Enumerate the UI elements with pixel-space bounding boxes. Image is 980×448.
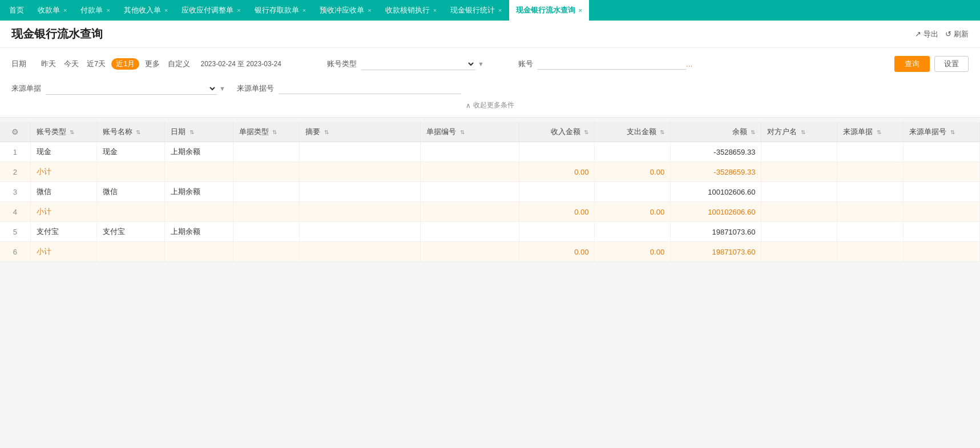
refresh-button[interactable]: ↺ 刷新 xyxy=(945,29,969,39)
nav-tab-2[interactable]: 其他收入单× xyxy=(117,0,175,21)
source-voucher-select[interactable] xyxy=(46,82,217,95)
col-src-voucher[interactable]: 来源单据 ⇅ xyxy=(837,122,904,142)
close-icon[interactable]: × xyxy=(303,7,306,14)
table-cell xyxy=(299,242,420,262)
account-field: 账号 ... xyxy=(518,58,697,70)
nav-tab-5[interactable]: 预收冲应收单× xyxy=(313,0,378,21)
nav-tab-3[interactable]: 应收应付调整单× xyxy=(175,0,247,21)
account-type-select[interactable] xyxy=(361,58,475,70)
table-row: 1现金现金上期余额-3528659.33 xyxy=(0,142,980,162)
table-cell: 0.00 xyxy=(519,202,595,222)
table-cell xyxy=(837,142,904,162)
table-cell: 3 xyxy=(0,182,30,202)
table-cell: 小计 xyxy=(30,202,96,222)
col-account-type[interactable]: 账号类型 ⇅ xyxy=(30,122,96,142)
date-label: 日期 xyxy=(11,59,34,69)
col-balance[interactable]: 余额 ⇅ xyxy=(671,122,761,142)
close-icon[interactable]: × xyxy=(368,7,371,14)
table-cell: -3528659.33 xyxy=(671,142,761,162)
table-row: 5支付宝支付宝上期余额19871073.60 xyxy=(0,222,980,242)
table-cell xyxy=(595,222,671,242)
table-cell xyxy=(421,162,519,182)
col-counterpart[interactable]: 对方户名 ⇅ xyxy=(761,122,837,142)
col-voucher-no[interactable]: 单据编号 ⇅ xyxy=(421,122,519,142)
sort-icon-account-type: ⇅ xyxy=(70,129,74,135)
table-cell xyxy=(904,242,980,262)
nav-tab-7[interactable]: 现金银行统计× xyxy=(443,0,509,21)
filter-row-1: 日期 昨天 今天 近7天 近1月 更多 自定义 2023-02-24 至 202… xyxy=(11,56,969,72)
sort-icon-summary: ⇅ xyxy=(324,129,329,135)
table-cell xyxy=(299,222,420,242)
table-cell xyxy=(299,182,420,202)
nav-tab-4[interactable]: 银行存取款单× xyxy=(248,0,313,21)
close-icon[interactable]: × xyxy=(63,7,67,14)
source-voucher-field: 来源单据 ▼ xyxy=(11,82,225,95)
nav-tab-8[interactable]: 现金银行流水查询× xyxy=(509,0,589,21)
setting-button[interactable]: 设置 xyxy=(934,56,969,72)
source-voucher-no-input[interactable] xyxy=(279,83,461,94)
col-expense[interactable]: 支出金额 ⇅ xyxy=(595,122,671,142)
col-settings[interactable]: ⚙ xyxy=(0,122,30,142)
recent1m-btn[interactable]: 近1月 xyxy=(111,58,139,70)
close-icon[interactable]: × xyxy=(433,7,437,14)
table-cell: 4 xyxy=(0,202,30,222)
table-cell xyxy=(904,142,980,162)
close-icon[interactable]: × xyxy=(579,7,582,14)
more-btn[interactable]: 更多 xyxy=(143,58,162,70)
col-date[interactable]: 日期 ⇅ xyxy=(165,122,233,142)
close-icon[interactable]: × xyxy=(498,7,502,14)
table-cell xyxy=(165,162,233,182)
table-cell xyxy=(421,222,519,242)
table-cell xyxy=(299,162,420,182)
yesterday-btn[interactable]: 昨天 xyxy=(39,58,58,70)
table-cell xyxy=(233,242,299,262)
table-row: 6小计0.000.0019871073.60 xyxy=(0,242,980,262)
table-cell xyxy=(233,182,299,202)
table-cell xyxy=(904,202,980,222)
col-account-name[interactable]: 账号名称 ⇅ xyxy=(96,122,164,142)
table-cell xyxy=(421,242,519,262)
export-button[interactable]: ↗ 导出 xyxy=(915,29,938,39)
custom-btn[interactable]: 自定义 xyxy=(166,58,192,70)
table-cell xyxy=(761,202,837,222)
table-cell xyxy=(837,222,904,242)
account-type-dropdown-icon: ▼ xyxy=(478,60,484,67)
table-cell: 微信 xyxy=(30,182,96,202)
nav-tab-6[interactable]: 收款核销执行× xyxy=(378,0,443,21)
table-cell xyxy=(837,162,904,182)
table-row: 4小计0.000.00100102606.60 xyxy=(0,202,980,222)
table-cell: 0.00 xyxy=(519,162,595,182)
table-cell: 1 xyxy=(0,142,30,162)
source-voucher-label: 来源单据 xyxy=(11,83,41,94)
account-input[interactable] xyxy=(538,58,686,70)
table-cell: 微信 xyxy=(96,182,164,202)
sort-icon-src-voucher-no: ⇅ xyxy=(950,129,955,135)
col-voucher-type[interactable]: 单据类型 ⇅ xyxy=(233,122,299,142)
col-income[interactable]: 收入金额 ⇅ xyxy=(519,122,595,142)
nav-home[interactable]: 首页 xyxy=(2,0,31,21)
close-icon[interactable]: × xyxy=(164,7,168,14)
refresh-icon: ↺ xyxy=(945,30,951,38)
top-nav: 首页 收款单×付款单×其他收入单×应收应付调整单×银行存取款单×预收冲应收单×收… xyxy=(0,0,980,21)
collapse-bar[interactable]: ∧ 收起更多条件 xyxy=(11,98,969,111)
close-icon[interactable]: × xyxy=(237,7,240,14)
table-cell xyxy=(904,162,980,182)
today-btn[interactable]: 今天 xyxy=(62,58,81,70)
table-cell: 上期余额 xyxy=(165,222,233,242)
table-row: 3微信微信上期余额100102606.60 xyxy=(0,182,980,202)
table-cell xyxy=(165,202,233,222)
table-cell xyxy=(233,142,299,162)
nav-tab-1[interactable]: 付款单× xyxy=(74,0,116,21)
nav-tab-0[interactable]: 收款单× xyxy=(31,0,74,21)
account-more-icon[interactable]: ... xyxy=(686,59,693,68)
table-cell: 支付宝 xyxy=(30,222,96,242)
close-icon[interactable]: × xyxy=(106,7,110,14)
source-voucher-dropdown-icon: ▼ xyxy=(219,85,225,92)
export-icon: ↗ xyxy=(915,30,921,38)
col-src-voucher-no[interactable]: 来源单据号 ⇅ xyxy=(904,122,980,142)
query-button[interactable]: 查询 xyxy=(894,56,930,72)
table-cell: 0.00 xyxy=(519,242,595,262)
recent7-btn[interactable]: 近7天 xyxy=(84,58,108,70)
table-cell xyxy=(233,162,299,182)
col-summary[interactable]: 摘要 ⇅ xyxy=(299,122,420,142)
